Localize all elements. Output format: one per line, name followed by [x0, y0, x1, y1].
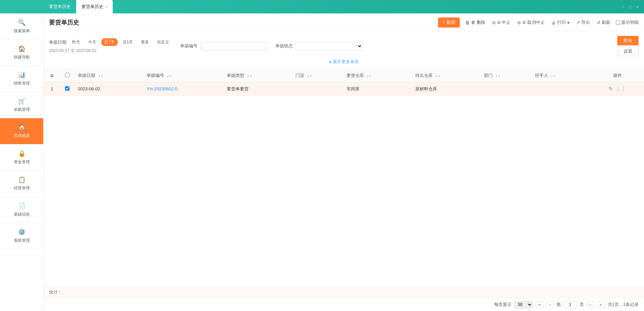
col-date-label: 单据日期: [78, 73, 95, 78]
sidebar-item-inventory[interactable]: 🏠 库存核算: [0, 118, 43, 144]
col-handler-label: 经手人: [535, 73, 548, 78]
sidebar-item-basic-info[interactable]: 📄 基础信息: [0, 197, 43, 223]
row-doc-no: YH-20230602-0: [143, 82, 223, 96]
more-icon[interactable]: ⋮⋮: [615, 86, 626, 92]
last-page-button[interactable]: »: [597, 301, 605, 308]
sort-date-icon[interactable]: ▲▼: [98, 75, 103, 78]
date-btn-1month[interactable]: 近1月: [120, 38, 136, 46]
action-buttons: 查询 设置: [617, 36, 639, 56]
sort-req-wh-icon[interactable]: ▲▼: [366, 75, 372, 78]
doc-number-filter: 单据编号: [180, 42, 267, 50]
per-page-select[interactable]: 20 50 100 200: [514, 301, 533, 308]
edit-icon[interactable]: ✎: [608, 86, 613, 92]
search-icon: 🔍: [18, 19, 25, 26]
sidebar-item-sales-mgmt[interactable]: 📊 销售管理: [0, 66, 43, 92]
print-button[interactable]: 🖨 打印 ▾: [550, 18, 571, 27]
window-minimize-icon[interactable]: －: [621, 4, 626, 10]
sort-store-icon[interactable]: ▲▼: [307, 75, 312, 78]
cancel-stop-button[interactable]: ⊘ ⊘ 取消中止: [516, 18, 546, 27]
sidebar-item-sales-mgmt-label: 销售管理: [14, 81, 30, 86]
display-detail-checkbox[interactable]: [616, 20, 620, 25]
row-handler: [531, 82, 591, 96]
print-icon: 🖨: [551, 20, 556, 25]
window-maximize-icon[interactable]: □: [630, 4, 632, 9]
row-store: [291, 82, 342, 96]
new-button[interactable]: + 新增: [438, 17, 460, 28]
doc-number-input[interactable]: [200, 42, 267, 50]
page-header: 要货单历史 + 新增 🗑 🗑 删除 ⊘ ⊘ 中止 ⊘ ⊘ 取消中止: [44, 13, 644, 32]
chevron-down-icon: ▾: [329, 59, 331, 64]
refresh-button[interactable]: ↺ 刷新: [595, 18, 612, 27]
sort-dept-icon[interactable]: ▲▼: [495, 75, 501, 78]
row-action-cell: ✎ ⋮⋮: [591, 82, 644, 96]
first-page-button[interactable]: «: [535, 301, 544, 308]
sidebar-item-quick-nav[interactable]: 🏠 快捷导航: [0, 40, 43, 66]
display-detail-toggle[interactable]: 显示明细: [616, 19, 639, 26]
table-header: ⚙ 单据日期 ▲▼ 单据编号 ▲▼: [44, 69, 644, 82]
sidebar-item-finance-mgmt[interactable]: 🔒 资金管理: [0, 144, 43, 171]
summary-label: 合计：: [49, 289, 62, 295]
sort-pending-wh-icon[interactable]: ▲▼: [435, 75, 441, 78]
sidebar-item-purchase-mgmt[interactable]: 🛒 采购管理: [0, 92, 43, 118]
col-date: 单据日期 ▲▼: [74, 69, 143, 82]
date-range-display: 2023-05-27 至 2023-06-02: [49, 48, 172, 54]
window-close-icon[interactable]: ×: [636, 4, 639, 9]
sidebar-item-finance-mgmt-label: 资金管理: [14, 159, 30, 165]
cancel-stop-label: ⊘ 取消中止: [522, 19, 545, 26]
expand-more-button[interactable]: ▾ 展开更多条件: [49, 59, 639, 65]
col-action: 操作: [591, 69, 644, 82]
per-page-label: 每页显示: [494, 302, 512, 308]
date-btn-7days[interactable]: 近7天: [101, 38, 118, 46]
query-button[interactable]: 查询: [617, 36, 639, 45]
date-btn-more[interactable]: 更多: [138, 38, 152, 46]
col-doc-type: 单据类型 ▲▼: [223, 69, 291, 82]
page-input[interactable]: [564, 301, 577, 308]
sidebar-item-system-mgmt[interactable]: ⚙️ 系统管理: [0, 223, 43, 249]
date-btn-today[interactable]: 今天: [85, 38, 99, 46]
col-doc-no: 单据编号 ▲▼: [143, 69, 223, 82]
date-buttons: 昨天 今天 近7天 近1月 更多 自定义: [69, 38, 172, 46]
delete-button[interactable]: 🗑 🗑 删除: [464, 18, 487, 27]
sort-docno-icon[interactable]: ▲▼: [167, 75, 172, 78]
table-settings-col[interactable]: ⚙: [44, 69, 60, 82]
export-button[interactable]: ↗ 导出: [575, 18, 591, 27]
doc-number-label: 单据编号: [180, 43, 198, 49]
sidebar-item-operations-mgmt-label: 经营管理: [14, 185, 30, 191]
action-icons-group: ✎ ⋮⋮: [595, 86, 640, 92]
select-all-checkbox[interactable]: [65, 73, 69, 77]
filter-row-1: 单据日期 昨天 今天 近7天 近1月 更多 自定义 2023-05-27 至 2…: [49, 36, 639, 56]
tab-close-icon[interactable]: ×: [105, 5, 107, 9]
sort-doctype-icon[interactable]: ▲▼: [247, 75, 252, 78]
table-body: 1 2023-06-02 YH-20230602-0 要货单要货 车间库: [44, 82, 644, 96]
stop-button[interactable]: ⊘ ⊘ 中止: [491, 18, 512, 27]
date-btn-yesterday[interactable]: 昨天: [69, 38, 83, 46]
lock-icon: 🔒: [18, 150, 25, 157]
row-checkbox[interactable]: [65, 86, 69, 91]
tab-purchase-history[interactable]: 要货单历史 ×: [76, 0, 113, 13]
settings-button[interactable]: 设置: [617, 47, 639, 56]
chart-icon: 📊: [18, 71, 25, 79]
tab-purchase-history-label: 要货单历史: [82, 4, 103, 10]
date-filter-group: 单据日期 昨天 今天 近7天 近1月 更多 自定义 2023-05-27 至 2…: [49, 38, 172, 54]
col-handler: 经手人 ▲▼: [531, 69, 591, 82]
tab-home[interactable]: 要货单历史: [44, 0, 76, 13]
doc-status-select[interactable]: [296, 42, 363, 51]
print-label: 打印: [557, 19, 566, 26]
filter-section: 单据日期 昨天 今天 近7天 近1月 更多 自定义 2023-05-27 至 2…: [44, 32, 644, 69]
next-page-button[interactable]: ›: [587, 301, 594, 308]
col-doc-no-label: 单据编号: [147, 73, 164, 78]
page-title: 要货单历史: [49, 18, 79, 27]
home-icon: 🏠: [18, 45, 25, 52]
row-doc-no-link[interactable]: YH-20230602-0: [147, 86, 177, 91]
col-pending-warehouse-label: 待出仓库: [415, 73, 433, 78]
date-btn-custom[interactable]: 自定义: [154, 38, 172, 46]
doc-status-filter: 单据状态: [275, 42, 609, 51]
sidebar-item-search-menu[interactable]: 🔍 搜索菜单: [0, 13, 43, 40]
sidebar-item-operations-mgmt[interactable]: 📋 经营管理: [0, 171, 43, 197]
stop-icon: ⊘: [492, 20, 496, 25]
prev-page-button[interactable]: ‹: [546, 301, 554, 308]
sort-handler-icon[interactable]: ▲▼: [550, 75, 556, 78]
sidebar-item-purchase-mgmt-label: 采购管理: [14, 107, 30, 113]
delete-label: 🗑 删除: [471, 19, 485, 26]
col-req-warehouse-label: 要货仓库: [346, 73, 364, 78]
